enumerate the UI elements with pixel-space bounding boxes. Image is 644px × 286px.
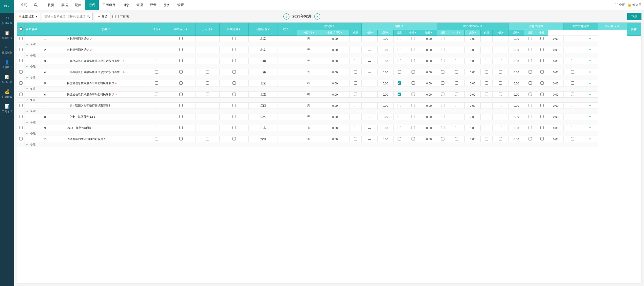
row-chengshi-jiaofei[interactable]	[449, 92, 465, 98]
note-edit-icon[interactable]: ✏	[26, 76, 28, 79]
row-chengshi-jiaofei[interactable]	[449, 47, 465, 53]
caibao-year-cb[interactable]	[354, 93, 357, 96]
edit-icon[interactable]: ✏	[589, 126, 591, 129]
row-chengshi-shenbao[interactable]	[437, 80, 449, 86]
search-box[interactable]: 🔍	[42, 13, 93, 20]
chengshi-shenbao-cb[interactable]	[441, 104, 444, 107]
row-wanshui[interactable]	[220, 136, 249, 142]
row-queiren[interactable]	[196, 80, 220, 86]
chengshi-jiaofei-cb[interactable]	[455, 70, 458, 74]
difang-jiaofei-cb[interactable]	[540, 115, 544, 118]
row-yinhua-shenbao[interactable]	[563, 92, 582, 98]
row-chengshi-shenbao[interactable]	[437, 114, 449, 120]
row-zengzhi-shenbao[interactable]	[393, 47, 405, 53]
chengshi-jiaofei-cb[interactable]	[455, 48, 458, 51]
row-zengzhi-jiaofei[interactable]	[405, 58, 421, 64]
row-qingka[interactable]	[166, 136, 196, 142]
row-qingka[interactable]	[166, 80, 196, 86]
row-jiaoyu-jiaofei[interactable]	[492, 103, 508, 109]
row-queiren[interactable]	[196, 58, 220, 64]
row-caibao-year-cb[interactable]	[350, 114, 362, 120]
row-chaoshui[interactable]	[147, 125, 166, 131]
row-chengshi-jiaofei[interactable]	[449, 58, 465, 64]
difang-jiaofei-cb[interactable]	[540, 104, 544, 107]
row-difang-jiaofei[interactable]	[536, 125, 548, 131]
row-caozuo[interactable]: ✏	[582, 69, 598, 75]
row-queiren[interactable]	[196, 47, 220, 53]
row-wanshui[interactable]	[220, 125, 249, 131]
queiren-cb[interactable]	[206, 115, 209, 118]
download-button[interactable]: 下载	[627, 13, 641, 20]
note-edit-icon[interactable]: ✏	[26, 121, 28, 124]
zengzhi-shenbao-cb[interactable]	[398, 37, 401, 40]
row-select-cb[interactable]	[19, 59, 23, 62]
note-edit-icon[interactable]: ✏	[26, 132, 28, 135]
difang-shenbao-cb[interactable]	[529, 137, 532, 140]
jiaoyu-jiaofei-cb[interactable]	[499, 48, 502, 51]
chengshi-shenbao-cb[interactable]	[441, 115, 444, 118]
row-difang-jiaofei[interactable]	[536, 47, 548, 53]
row-chaoshui[interactable]	[147, 69, 166, 75]
row-select[interactable]	[17, 47, 25, 53]
wanshui-cb[interactable]	[232, 104, 236, 107]
note-edit-icon[interactable]: ✏	[26, 87, 28, 90]
row-jiaoyu-shenbao[interactable]	[481, 125, 493, 131]
edit-icon[interactable]: ✏	[589, 37, 591, 40]
next-month-btn[interactable]: ›	[314, 13, 320, 20]
row-yinhua-shenbao[interactable]	[563, 114, 582, 120]
row-jiaoyu-jiaofei[interactable]	[492, 92, 508, 98]
chaoshui-cb[interactable]	[155, 59, 158, 62]
chaoshui-cb[interactable]	[155, 126, 158, 129]
row-difang-shenbao[interactable]	[524, 58, 536, 64]
chaoshui-cb[interactable]	[155, 115, 158, 118]
jiaoyu-shenbao-cb[interactable]	[485, 126, 488, 129]
note-edit-icon[interactable]: ✏	[26, 110, 28, 113]
yinhua-shenbao-cb[interactable]	[571, 115, 574, 118]
edit-icon[interactable]: ✏	[589, 115, 591, 118]
row-chengshi-jiaofei[interactable]	[449, 125, 465, 131]
employee-filter[interactable]: 全部员工 ▼	[17, 13, 40, 20]
filter-button[interactable]: ▼ 筛选	[95, 13, 110, 20]
row-chaoshui[interactable]	[147, 36, 166, 42]
row-caibao-year-cb[interactable]	[350, 80, 362, 86]
row-wanshui[interactable]	[220, 36, 249, 42]
chaoshui-cb[interactable]	[155, 104, 158, 107]
row-difang-shenbao[interactable]	[524, 80, 536, 86]
row-wanshui[interactable]	[220, 92, 249, 98]
row-qingka[interactable]	[166, 103, 196, 109]
row-jiaoyu-shenbao[interactable]	[481, 47, 493, 53]
nav-shezhi[interactable]: 设置	[174, 0, 187, 10]
difang-jiaofei-cb[interactable]	[540, 126, 544, 129]
sidebar-item-piliang[interactable]: 📋 批量报税	[0, 27, 14, 42]
row-jiaoyu-jiaofei[interactable]	[492, 80, 508, 86]
jiaoyu-shenbao-cb[interactable]	[485, 81, 488, 85]
row-chengshi-jiaofei[interactable]	[449, 36, 465, 42]
row-wanshui[interactable]	[220, 114, 249, 120]
nav-baoshui[interactable]: 报税	[85, 0, 99, 10]
wanshui-cb[interactable]	[232, 93, 236, 96]
qingka-cb[interactable]	[179, 126, 183, 129]
row-zengzhi-jiaofei[interactable]	[405, 103, 421, 109]
row-difang-jiaofei[interactable]	[536, 36, 548, 42]
row-yinhua-shenbao[interactable]	[563, 136, 582, 142]
prev-month-btn[interactable]: ‹	[283, 13, 289, 20]
row-zengzhi-jiaofei[interactable]	[405, 80, 421, 86]
th-zengzhi-jiaofei[interactable]: 缴费▼	[377, 30, 393, 36]
yinhua-shenbao-cb[interactable]	[571, 126, 574, 129]
yinhua-shenbao-cb[interactable]	[571, 48, 574, 51]
row-select[interactable]	[17, 58, 25, 64]
nav-gongshang[interactable]: 工商项目	[99, 0, 119, 10]
qingka-cb[interactable]	[179, 81, 183, 85]
th-yinhua-shenbao[interactable]: 申报	[536, 30, 548, 36]
difang-shenbao-cb[interactable]	[529, 93, 532, 96]
row-difang-shenbao[interactable]	[524, 92, 536, 98]
row-difang-jiaofei[interactable]	[536, 103, 548, 109]
row-zengzhi-jiaofei[interactable]	[405, 125, 421, 131]
row-queiren[interactable]	[196, 92, 220, 98]
row-caozuo[interactable]: ✏	[582, 125, 598, 131]
row-select-cb[interactable]	[19, 48, 23, 51]
queiren-cb[interactable]	[206, 48, 209, 51]
row-jiaoyu-jiaofei[interactable]	[492, 114, 508, 120]
zengzhi-jiaofei-cb[interactable]	[412, 93, 415, 96]
row-qingka[interactable]	[166, 125, 196, 131]
